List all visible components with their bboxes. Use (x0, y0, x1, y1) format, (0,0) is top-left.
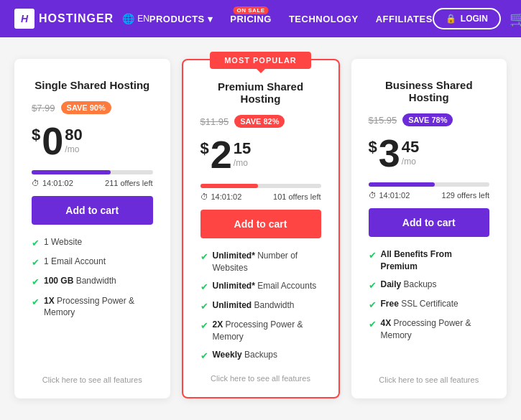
nav-products[interactable]: PRODUCTS ▾ (149, 14, 213, 24)
card-business-decimal: 45 /mo (402, 134, 419, 167)
card-single-offers-left: 211 offers left (105, 179, 152, 187)
card-business-big-price: $ 3 45 /mo (369, 134, 490, 172)
list-item: ✔ Free SSL Certificate (369, 298, 490, 312)
feature-text: Unlimited Bandwidth (213, 299, 295, 312)
dollar-sign: $ (369, 134, 377, 157)
card-single-decimal: 80 /mo (65, 121, 82, 154)
card-business-progress-row (369, 182, 490, 187)
card-premium-see-features[interactable]: Click here to see all features (200, 374, 321, 383)
card-business-timer-value: 14:01:02 (379, 191, 410, 200)
card-premium-decimal: 15 /mo (234, 135, 251, 168)
card-business-save-badge: SAVE 78% (402, 113, 453, 126)
card-business-see-features[interactable]: Click here to see all features (369, 375, 490, 384)
feature-text: Free SSL Certificate (381, 298, 458, 310)
nav-affiliates[interactable]: AFFILIATES (376, 14, 433, 24)
list-item: ✔ Unlimited Bandwidth (200, 299, 321, 313)
nav-technology-label: TECHNOLOGY (289, 14, 359, 24)
card-business-progress-fill (369, 182, 435, 187)
check-icon: ✔ (369, 318, 377, 331)
dollar-sign: $ (32, 121, 40, 144)
logo-area: H HOSTINGER (14, 9, 114, 29)
card-premium-progress-row (200, 184, 321, 188)
card-business-timer-row: ⏱ 14:01:02 129 offers left (369, 191, 490, 200)
main-content: MOST POPULAR Single Shared Hosting $7.99… (0, 37, 521, 420)
card-business: Business Shared Hosting $15.95 SAVE 78% … (351, 59, 507, 398)
timer-icon: ⏱ (32, 179, 40, 187)
feature-text: 1X Processing Power & Memory (44, 295, 153, 319)
card-premium-title: Premium Shared Hosting (200, 80, 321, 105)
check-icon: ✔ (32, 237, 40, 250)
list-item: ✔ Unlimited* Number of Websites (200, 250, 321, 274)
lang-label: EN (137, 14, 149, 24)
main-nav: PRODUCTS ▾ ON SALE PRICING TECHNOLOGY AF… (149, 14, 433, 24)
card-single-price-int: 0 (42, 121, 63, 160)
list-item: ✔ Daily Backups (369, 279, 490, 292)
card-single-progress-fill (32, 170, 111, 174)
card-single: Single Shared Hosting $7.99 SAVE 90% $ 0… (14, 59, 170, 398)
card-premium-offers-left: 101 offers left (273, 192, 321, 201)
check-icon: ✔ (32, 276, 40, 289)
card-single-progress-row (32, 170, 153, 174)
card-single-price-row: $7.99 SAVE 90% (32, 101, 153, 114)
card-premium-price-int: 2 (211, 135, 232, 174)
list-item: ✔ All Benefits From Premium (369, 248, 490, 273)
card-premium-add-cart-button[interactable]: Add to cart (200, 210, 321, 238)
card-business-add-cart-button[interactable]: Add to cart (369, 208, 490, 237)
card-business-offers-left: 129 offers left (442, 191, 489, 200)
feature-text: 1 Website (44, 236, 82, 248)
card-business-price-int: 3 (379, 134, 400, 172)
login-label: LOGIN (461, 14, 488, 24)
card-single-see-features[interactable]: Click here to see all features (32, 375, 153, 384)
cart-icon[interactable]: 🛒 2 (510, 10, 521, 27)
feature-text: 1 Email Account (44, 256, 106, 268)
logo-icon: H (14, 9, 34, 29)
card-single-add-cart-button[interactable]: Add to cart (32, 196, 153, 225)
card-premium-timer-value: 14:01:02 (211, 192, 242, 201)
check-icon: ✔ (200, 319, 208, 332)
card-premium-features: ✔ Unlimited* Number of Websites ✔ Unlimi… (200, 250, 321, 363)
card-single-features: ✔ 1 Website ✔ 1 Email Account ✔ 100 GB B… (32, 236, 153, 319)
card-premium-price-dec: 15 (234, 141, 251, 157)
card-business-timer: ⏱ 14:01:02 (369, 191, 410, 200)
timer-icon: ⏱ (200, 192, 208, 201)
card-business-per-mo: /mo (402, 157, 419, 167)
feature-text: Daily Backups (381, 279, 437, 291)
check-icon: ✔ (32, 256, 40, 269)
list-item: ✔ 1X Processing Power & Memory (32, 295, 153, 319)
feature-text: 4X Processing Power & Memory (381, 317, 490, 342)
check-icon: ✔ (369, 279, 377, 292)
feature-text: Weekly Backups (213, 349, 278, 361)
list-item: ✔ 1 Email Account (32, 256, 153, 269)
most-popular-badge: MOST POPULAR (210, 52, 311, 69)
login-button[interactable]: 🔒 LOGIN (433, 8, 501, 29)
list-item: ✔ 2X Processing Power & Memory (200, 319, 321, 343)
lock-icon: 🔒 (446, 14, 456, 24)
check-icon: ✔ (200, 350, 208, 363)
card-premium-price-row: $11.95 SAVE 82% (200, 115, 321, 128)
card-premium: Premium Shared Hosting $11.95 SAVE 82% $… (182, 59, 340, 398)
feature-text: Unlimited* Number of Websites (213, 250, 321, 274)
card-premium-big-price: $ 2 15 /mo (200, 135, 321, 174)
card-premium-per-mo: /mo (234, 158, 251, 168)
logo-text[interactable]: HOSTINGER (39, 12, 114, 25)
nav-technology[interactable]: TECHNOLOGY (289, 14, 359, 24)
nav-affiliates-label: AFFILIATES (376, 14, 433, 24)
card-premium-timer: ⏱ 14:01:02 (200, 192, 242, 201)
timer-icon: ⏱ (369, 191, 377, 200)
feature-text: 2X Processing Power & Memory (213, 319, 321, 343)
check-icon: ✔ (32, 296, 40, 309)
card-premium-timer-row: ⏱ 14:01:02 101 offers left (200, 192, 321, 201)
list-item: ✔ 4X Processing Power & Memory (369, 317, 490, 342)
language-selector[interactable]: 🌐 EN (122, 13, 149, 24)
feature-text: Unlimited* Email Accounts (213, 280, 317, 292)
card-business-original-price: $15.95 (369, 115, 397, 126)
card-single-timer: ⏱ 14:01:02 (32, 179, 73, 187)
card-premium-original-price: $11.95 (200, 116, 229, 127)
check-icon: ✔ (200, 281, 208, 294)
popular-badge-row: MOST POPULAR (14, 52, 507, 69)
card-business-price-row: $15.95 SAVE 78% (369, 113, 490, 126)
card-business-price-dec: 45 (402, 139, 419, 155)
nav-pricing[interactable]: ON SALE PRICING (230, 14, 272, 24)
pricing-cards: Single Shared Hosting $7.99 SAVE 90% $ 0… (14, 59, 507, 398)
card-business-features: ✔ All Benefits From Premium ✔ Daily Back… (369, 248, 490, 342)
